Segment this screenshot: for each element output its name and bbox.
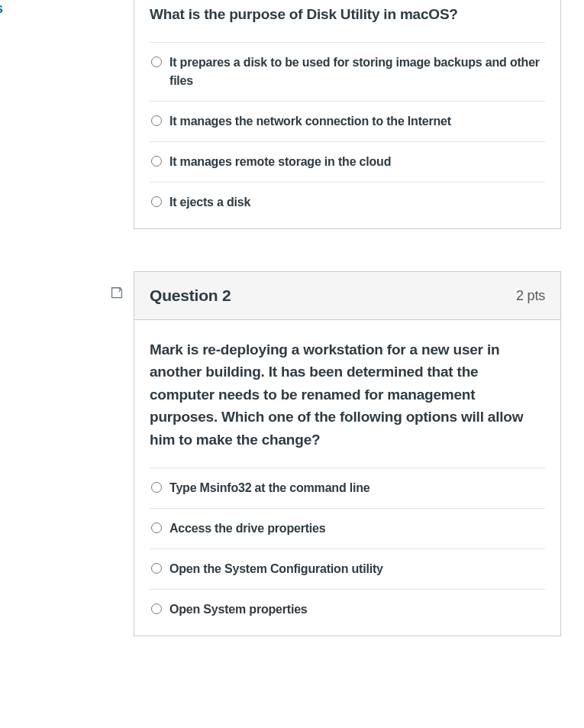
answer-option[interactable]: It prepares a disk to be used for storin… (150, 42, 545, 101)
radio-input[interactable] (151, 196, 162, 207)
answer-text: Access the drive properties (169, 519, 325, 538)
answer-option[interactable]: Type Msinfo32 at the command line (150, 468, 545, 508)
answer-option[interactable]: It manages the network connection to the… (150, 101, 545, 141)
question-1-body: What is the purpose of Disk Utility in m… (134, 0, 560, 228)
question-2-text: Mark is re-deploying a workstation for a… (150, 338, 545, 451)
question-2-card: Question 2 2 pts Mark is re-deploying a … (134, 271, 561, 636)
question-2-title: Question 2 (150, 283, 231, 308)
answer-text: Open the System Configuration utility (169, 560, 383, 578)
answer-option[interactable]: Access the drive properties (150, 508, 545, 548)
answer-option[interactable]: It ejects a disk (150, 182, 545, 222)
radio-input[interactable] (151, 115, 162, 126)
answer-text: It manages remote storage in the cloud (169, 153, 391, 171)
radio-input[interactable] (151, 482, 162, 493)
answer-text: It ejects a disk (169, 193, 250, 212)
radio-input[interactable] (151, 57, 162, 67)
answer-option[interactable]: Open the System Configuration utility (150, 548, 545, 589)
question-2-answers: Type Msinfo32 at the command line Access… (150, 468, 545, 629)
radio-input[interactable] (151, 156, 162, 167)
radio-input[interactable] (151, 563, 162, 574)
radio-input[interactable] (151, 523, 162, 533)
partial-letter: s (0, 0, 3, 19)
answer-text: Type Msinfo32 at the command line (169, 479, 370, 497)
question-2-header: Question 2 2 pts (134, 272, 560, 320)
question-2-points: 2 pts (516, 286, 545, 306)
answer-option[interactable]: Open System properties (150, 589, 545, 629)
question-2-body: Mark is re-deploying a workstation for a… (134, 320, 560, 636)
radio-input[interactable] (151, 603, 162, 614)
question-1-text: What is the purpose of Disk Utility in m… (150, 3, 545, 25)
answer-text: Open System properties (169, 600, 308, 619)
question-1-card: What is the purpose of Disk Utility in m… (134, 0, 561, 229)
answer-option[interactable]: It manages remote storage in the cloud (150, 141, 545, 182)
flag-icon[interactable] (108, 286, 125, 303)
answer-text: It manages the network connection to the… (169, 112, 451, 131)
question-1-answers: It prepares a disk to be used for storin… (150, 42, 545, 222)
answer-text: It prepares a disk to be used for storin… (169, 53, 544, 90)
